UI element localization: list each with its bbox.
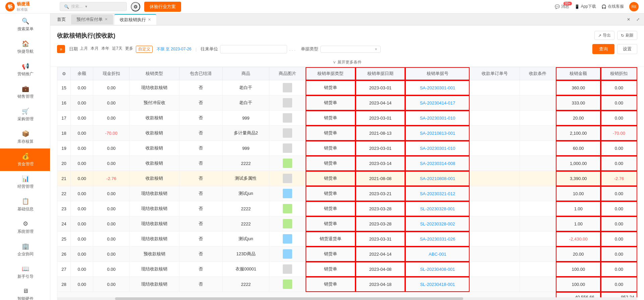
- date-this-year[interactable]: 本年: [101, 46, 109, 53]
- horizontal-scrollbar[interactable]: [57, 297, 637, 300]
- cell-receipt-order-no: [470, 231, 520, 247]
- settings-button[interactable]: ⚙: [131, 2, 140, 11]
- filter-dots: ...: [289, 47, 297, 52]
- th-receipt-order-no: 收款单订单号: [470, 67, 520, 80]
- cell-balance: 0.00: [71, 80, 93, 95]
- cell-receipt-order-no: [470, 156, 520, 171]
- th-settings[interactable]: ⚙: [57, 67, 71, 80]
- sidebar-item-finance[interactable]: 💰 资金管理: [0, 148, 50, 171]
- from-unit-input[interactable]: [220, 45, 287, 53]
- sidebar-item-quicknav[interactable]: 🏠 快捷导航: [0, 36, 50, 58]
- tab-prepay-close[interactable]: ✕: [105, 17, 108, 22]
- table-setting-button[interactable]: 设置: [617, 44, 637, 54]
- inventory-icon: 📦: [22, 130, 29, 137]
- cell-cash-discount: 0.00: [93, 80, 129, 95]
- cell-balance: 0.00: [71, 231, 93, 247]
- industry-button[interactable]: 休验行业方案: [144, 2, 181, 12]
- cell-writeoff-no[interactable]: SA-20230321-012: [405, 186, 470, 201]
- writeoff-no-link[interactable]: SL-20230328-002: [420, 221, 455, 226]
- date-this-month[interactable]: 本月: [91, 46, 99, 53]
- user-avatar[interactable]: Rit: [629, 2, 639, 11]
- tab-collection-close[interactable]: ✕: [148, 17, 151, 22]
- cell-writeoff-discount: 0.00: [601, 231, 637, 247]
- tab-prepay[interactable]: 预付冲应付单 ✕: [71, 14, 113, 25]
- cell-receipt-condition: [520, 216, 556, 231]
- tab-home[interactable]: 首页: [53, 14, 70, 25]
- writeoff-no-link[interactable]: SA-20230301-010: [420, 146, 455, 151]
- cell-writeoff-no[interactable]: SA-20230331-026: [405, 231, 470, 247]
- cell-writeoff-type: 现结收款核销: [129, 201, 179, 216]
- sidebar-item-marketing[interactable]: 📢 营销推广: [0, 58, 50, 81]
- sidebar-item-system[interactable]: ⚙ 系统管理: [0, 216, 50, 239]
- cell-writeoff-amount: 100.00: [556, 277, 601, 292]
- writeoff-no-link[interactable]: SL-20230328-001: [420, 206, 455, 211]
- refresh-button[interactable]: ↻ 刷新: [617, 31, 637, 40]
- query-button[interactable]: 查询: [592, 44, 614, 54]
- writeoff-no-link[interactable]: ABC-001: [429, 252, 446, 257]
- top-search-bar[interactable]: 🔍 搜索... ▼: [60, 2, 127, 11]
- cell-writeoff-no[interactable]: SA-20230414-017: [405, 95, 470, 111]
- writeoff-no-link[interactable]: SA-20230301-010: [420, 116, 455, 121]
- sidebar-item-enterprise[interactable]: 🏢 企业协同: [0, 239, 50, 261]
- cell-writeoff-amount: 1.00: [556, 216, 601, 231]
- date-custom[interactable]: 自定义: [136, 46, 153, 53]
- sidebar-item-search[interactable]: 🔍 搜索菜单: [0, 13, 50, 36]
- tab-collection[interactable]: 收款核销执行 ✕: [114, 14, 156, 25]
- table-row: 26 0.00 0.00 预收款核销 否 123D商品 销货单 2022-04-…: [57, 247, 637, 262]
- cell-receipt-condition: [520, 156, 556, 171]
- window-close-btn[interactable]: ✕: [625, 16, 632, 23]
- filter-expand-button[interactable]: »: [57, 45, 65, 53]
- cell-goods-img: [269, 186, 306, 201]
- sidebar-item-hardware[interactable]: 🖥 智能硬件: [0, 284, 50, 300]
- writeoff-no-link[interactable]: SA-20230321-012: [420, 191, 455, 196]
- cell-writeoff-no[interactable]: SL-20230418-001: [405, 277, 470, 292]
- writeoff-no-link[interactable]: SA-20230314-008: [420, 161, 455, 166]
- expand-conditions-button[interactable]: ∨ 展开更多条件: [50, 58, 644, 67]
- scrollbar-thumb[interactable]: [115, 297, 463, 300]
- writeoff-no-link[interactable]: SL-20230408-001: [420, 267, 455, 272]
- cell-goods: 多计量商品2: [222, 126, 269, 141]
- cell-writeoff-no[interactable]: SL-20230328-002: [405, 216, 470, 231]
- cell-writeoff-voucher-type: 销货单: [306, 111, 356, 126]
- cell-writeoff-no[interactable]: SA-20230301-010: [405, 141, 470, 156]
- cell-num: 25: [57, 231, 71, 247]
- cell-writeoff-voucher-type: 销货单: [306, 80, 356, 95]
- window-maximize-btn[interactable]: ⤢: [635, 16, 641, 23]
- sidebar-item-basic[interactable]: 📋 基础信息: [0, 194, 50, 216]
- date-more[interactable]: 更多: [125, 46, 133, 53]
- writeoff-no-link[interactable]: SA-20210808-001: [420, 176, 455, 181]
- sidebar-item-guide[interactable]: 📖 新手引导: [0, 261, 50, 284]
- cell-writeoff-voucher-type: 销货单: [306, 216, 356, 231]
- online-service-button[interactable]: 🎧 在线客服: [601, 4, 624, 9]
- cell-writeoff-no[interactable]: ABC-001: [405, 247, 470, 262]
- sidebar-item-sales[interactable]: 💼 销售管理: [0, 81, 50, 103]
- cell-goods: 999: [222, 141, 269, 156]
- notification-button[interactable]: 💬 消息 99+: [555, 4, 569, 9]
- cell-writeoff-no[interactable]: SA-20230301-001: [405, 80, 470, 95]
- cell-writeoff-no[interactable]: SA-20210813-001: [405, 126, 470, 141]
- cell-writeoff-no[interactable]: SA-20210808-001: [405, 171, 470, 186]
- writeoff-no-link[interactable]: SA-20210813-001: [420, 131, 455, 136]
- app-download-button[interactable]: 📱 App下载: [575, 4, 596, 9]
- date-last-month[interactable]: 上月: [80, 46, 88, 53]
- purchase-icon: 🛒: [22, 108, 29, 115]
- cell-writeoff-no[interactable]: SL-20230328-001: [405, 201, 470, 216]
- export-button[interactable]: ↗ 导出: [594, 31, 614, 40]
- cell-writeoff-amount: 3,390.00: [556, 171, 601, 186]
- cell-writeoff-no[interactable]: SL-20230408-001: [405, 262, 470, 277]
- cell-receipt-condition: [520, 171, 556, 186]
- date-range-display: 不限 至 2023-07-26: [157, 46, 192, 52]
- writeoff-no-link[interactable]: SA-20230331-026: [420, 237, 455, 242]
- footer-total-discount: 952.24: [601, 292, 637, 298]
- writeoff-no-link[interactable]: SA-20230414-017: [420, 100, 455, 105]
- cell-writeoff-discount: 0.00: [601, 80, 637, 95]
- date-7days[interactable]: 近7天: [112, 46, 122, 53]
- cell-writeoff-no[interactable]: SA-20230314-008: [405, 156, 470, 171]
- sidebar-item-inventory[interactable]: 📦 库存核算: [0, 126, 50, 148]
- cell-writeoff-no[interactable]: SA-20230301-010: [405, 111, 470, 126]
- sidebar-item-operation[interactable]: 📊 经营管理: [0, 171, 50, 194]
- writeoff-no-link[interactable]: SA-20230301-001: [420, 85, 455, 90]
- goods-image: [283, 189, 292, 198]
- sidebar-item-purchase[interactable]: 🛒 采购管理: [0, 103, 50, 126]
- writeoff-no-link[interactable]: SL-20230418-001: [420, 282, 455, 287]
